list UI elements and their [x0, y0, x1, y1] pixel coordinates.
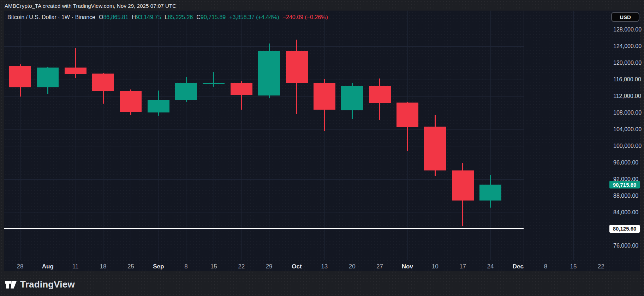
time-axis-label: 20: [349, 263, 356, 270]
gridline-horizontal: [4, 229, 524, 230]
time-axis-month-label: Dec: [513, 263, 524, 270]
ohlc-open-value: 86,865.81: [103, 14, 128, 20]
candle[interactable]: [120, 91, 142, 112]
time-axis-month-label: Oct: [292, 263, 302, 270]
gridline-vertical: [573, 11, 574, 260]
price-axis-label: 96,000.00: [613, 159, 638, 166]
candle[interactable]: [341, 86, 363, 110]
candle[interactable]: [148, 100, 169, 112]
candle[interactable]: [258, 51, 280, 95]
gridline-vertical: [214, 11, 214, 260]
candle[interactable]: [424, 127, 446, 171]
price-axis-label: 124,000.00: [613, 43, 642, 50]
gridline-vertical: [20, 11, 20, 260]
gridline-horizontal: [4, 113, 524, 113]
time-axis-label: 24: [487, 263, 494, 270]
time-axis-label: 11: [72, 263, 79, 270]
chart-pane[interactable]: [4, 11, 640, 271]
gridline-horizontal: [4, 96, 524, 97]
gridline-vertical: [159, 11, 159, 260]
symbol-legend[interactable]: Bitcoin / U.S. Dollar · 1W · BinanceO86,…: [7, 14, 328, 21]
change-absolute-percent: +3,858.37 (+4.44%): [229, 14, 279, 20]
candle[interactable]: [175, 83, 197, 100]
candle[interactable]: [92, 74, 114, 91]
time-axis-label: 8: [544, 263, 547, 270]
gridline-vertical: [48, 11, 48, 260]
gridline-vertical: [546, 11, 546, 260]
time-axis-month-label: Aug: [42, 263, 54, 270]
time-axis-label: 25: [127, 263, 134, 270]
gridline-horizontal: [4, 179, 524, 180]
candle[interactable]: [9, 66, 31, 87]
time-axis-label: 18: [100, 263, 107, 270]
watermark-attribution-text: AMBCrypto_TA created with TradingView.co…: [5, 3, 176, 9]
gridline-vertical: [103, 11, 103, 260]
time-axis-label: 27: [376, 263, 383, 270]
gridline-horizontal: [4, 196, 524, 196]
time-axis-label: 13: [321, 263, 328, 270]
time-axis-label: 29: [266, 263, 273, 270]
ohlc-high-label: H: [132, 14, 136, 20]
candle[interactable]: [452, 170, 474, 201]
time-axis-label: 28: [17, 263, 24, 270]
ohlc-close-value: 90,715.89: [201, 14, 226, 20]
ohlc-close-label: C: [196, 14, 201, 20]
gridline-horizontal: [4, 30, 524, 30]
price-axis-label: 100,000.00: [613, 143, 642, 149]
gridline-vertical: [380, 11, 380, 260]
gridline-horizontal: [4, 46, 524, 47]
tradingview-logo[interactable]: TradingView: [5, 279, 75, 290]
price-axis-label: 112,000.00: [613, 93, 641, 99]
gridline-vertical: [186, 11, 186, 260]
symbol-title: Bitcoin / U.S. Dollar · 1W · Binance: [7, 14, 95, 20]
time-axis-label: 17: [459, 263, 466, 270]
ohlc-low-label: L: [165, 14, 168, 20]
time-axis-label: 8: [184, 263, 187, 270]
time-axis-month-label: Nov: [402, 263, 413, 270]
horizontal-line-tool[interactable]: [4, 228, 524, 229]
candle[interactable]: [37, 68, 59, 87]
price-axis-label: 116,000.00: [613, 76, 641, 83]
ohlc-open-label: O: [99, 14, 103, 20]
candle[interactable]: [65, 68, 87, 74]
price-axis-label: 108,000.00: [613, 110, 642, 116]
price-axis-separator: [524, 11, 524, 271]
candle[interactable]: [369, 86, 391, 103]
gridline-horizontal: [4, 213, 524, 213]
time-axis-label: 15: [210, 263, 217, 270]
price-axis-label: 76,000.00: [613, 243, 638, 249]
time-axis-label: 15: [570, 263, 577, 270]
currency-toggle-button[interactable]: USD: [611, 12, 639, 22]
candle[interactable]: [231, 83, 252, 95]
tradingview-logo-icon: [5, 280, 17, 289]
gridline-vertical: [242, 11, 242, 260]
time-axis-label: 22: [598, 263, 604, 270]
ohlc-high-value: 93,149.75: [136, 14, 161, 20]
hline-price-badge: 80,125.60: [609, 225, 640, 233]
time-axis-label: 22: [238, 263, 245, 270]
gridline-vertical: [131, 11, 131, 260]
gridline-vertical: [352, 11, 352, 260]
price-axis-label: 120,000.00: [613, 60, 642, 66]
gridline-horizontal: [4, 246, 524, 246]
gridline-vertical: [601, 11, 601, 260]
candle[interactable]: [203, 83, 225, 84]
candle[interactable]: [396, 103, 418, 127]
time-axis-label: 10: [432, 263, 439, 270]
candle[interactable]: [314, 83, 335, 110]
price-axis-label: 128,000.00: [613, 27, 642, 33]
candle[interactable]: [286, 51, 308, 83]
gridline-vertical: [490, 11, 491, 260]
candle[interactable]: [479, 185, 501, 201]
last-price-badge: 90,715.89: [609, 181, 640, 188]
candle-wick: [213, 72, 214, 87]
price-axis-label: 88,000.00: [613, 193, 638, 199]
time-axis-month-label: Sep: [153, 263, 164, 270]
tradingview-logo-text: TradingView: [20, 279, 75, 290]
gridline-vertical: [518, 11, 518, 260]
gridline-vertical: [324, 11, 325, 260]
price-axis-label: 104,000.00: [613, 126, 642, 133]
tradingview-screenshot: { "topbar": { "text": "AMBCrypto_TA crea…: [0, 0, 644, 296]
price-axis-label: 84,000.00: [613, 209, 638, 216]
session-change: −240.09 (−0.26%): [283, 14, 328, 20]
